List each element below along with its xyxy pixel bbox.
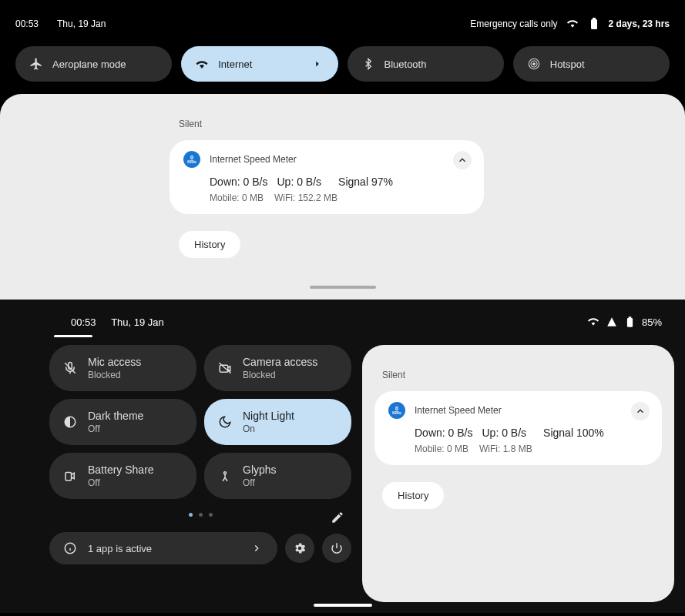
signal-strength: Signal 100%: [543, 427, 604, 439]
qs-tile-glyphs[interactable]: GlyphsOff: [204, 453, 351, 499]
svg-rect-0: [591, 19, 597, 29]
dark-theme-icon: [63, 415, 77, 429]
info-icon: [63, 541, 77, 555]
emergency-text: Emergency calls only: [470, 18, 557, 29]
qs-tile-dark-theme[interactable]: Dark themeOff: [49, 399, 196, 445]
status-time: 00:53: [15, 18, 39, 29]
history-button[interactable]: History: [179, 231, 240, 258]
wifi-data: WiFi: 152.2 MB: [274, 192, 337, 203]
qs-label: Bluetooth: [384, 59, 427, 70]
battery-share-icon: [63, 469, 77, 483]
wifi-data: WiFi: 1.8 MB: [479, 444, 532, 454]
svg-rect-6: [629, 316, 632, 318]
airplane-icon: [29, 57, 43, 71]
mobile-data: Mobile: 0 MB: [210, 192, 264, 203]
edit-tiles-button[interactable]: [327, 507, 348, 528]
tile-sub: Off: [243, 477, 277, 488]
section-label-silent: Silent: [362, 360, 674, 391]
battery-icon: [587, 17, 601, 31]
down-speed: Down: 0 B/s: [415, 427, 472, 439]
page-indicator: [11, 499, 351, 524]
tile-title: Battery Share: [88, 464, 154, 476]
svg-rect-8: [220, 365, 228, 372]
tile-title: Glyphs: [243, 464, 277, 476]
power-button[interactable]: [322, 534, 351, 563]
qs-label: Aeroplane mode: [52, 59, 126, 70]
drag-handle[interactable]: [310, 286, 376, 289]
tile-title: Mic access: [88, 356, 141, 368]
quick-settings-row: Aeroplane mode Internet Bluetooth Hotspo…: [0, 40, 685, 94]
app-icon: 0 KB/s: [183, 151, 200, 168]
mic-off-icon: [63, 361, 77, 375]
app-icon: 0 KB/s: [388, 402, 405, 419]
quick-settings-grid: Mic accessBlocked Camera accessBlocked D…: [11, 345, 351, 499]
svg-point-2: [532, 63, 535, 65]
tile-sub: On: [243, 424, 294, 434]
collapse-button[interactable]: [631, 402, 650, 420]
camera-off-icon: [218, 361, 232, 375]
down-speed: Down: 0 B/s: [210, 176, 267, 188]
chevron-right-icon: [311, 57, 324, 71]
notification-card[interactable]: 0 KB/s Internet Speed Meter Down: 0 B/s …: [170, 140, 484, 214]
svg-rect-11: [65, 473, 72, 481]
status-date: Thu, 19 Jan: [57, 18, 106, 29]
qs-tile-internet[interactable]: Internet: [181, 46, 337, 82]
qs-tile-bluetooth[interactable]: Bluetooth: [348, 46, 504, 82]
tile-title: Night Light: [243, 410, 294, 422]
svg-rect-1: [593, 18, 596, 19]
settings-button[interactable]: [285, 534, 314, 563]
status-date-2: Thu, 19 Jan: [111, 316, 164, 328]
nav-handle[interactable]: [314, 604, 372, 607]
wifi-icon: [566, 17, 579, 31]
qs-label: Internet: [218, 59, 252, 70]
active-apps-label: 1 app is active: [88, 543, 152, 554]
page-dot[interactable]: [199, 513, 203, 517]
qs-tile-camera[interactable]: Camera accessBlocked: [204, 345, 351, 391]
up-speed: Up: 0 B/s: [277, 176, 321, 188]
qs-tile-night-light[interactable]: Night LightOn: [204, 399, 351, 445]
qs-tile-hotspot[interactable]: Hotspot: [513, 46, 670, 82]
notification-app-name: Internet Speed Meter: [415, 405, 502, 416]
tile-sub: Off: [88, 477, 154, 488]
chevron-right-icon: [250, 541, 264, 555]
tile-sub: Off: [88, 424, 143, 434]
night-light-icon: [218, 415, 232, 429]
signal-strength: Signal 97%: [338, 176, 393, 188]
svg-point-12: [224, 472, 227, 474]
notification-shade: Silent 0 KB/s Internet Speed Meter Down:…: [0, 94, 685, 300]
wifi-icon: [586, 315, 600, 329]
page-dot[interactable]: [209, 513, 213, 517]
tile-title: Camera access: [243, 356, 317, 368]
qs-tile-mic[interactable]: Mic accessBlocked: [49, 345, 196, 391]
battery-pct: 85%: [642, 316, 662, 328]
collapse-button[interactable]: [453, 151, 472, 169]
svg-rect-5: [627, 318, 633, 327]
status-time-2: 00:53: [71, 316, 96, 328]
wifi-icon: [195, 57, 209, 71]
signal-icon: [605, 315, 619, 329]
active-apps-button[interactable]: 1 app is active: [49, 532, 277, 564]
mobile-data: Mobile: 0 MB: [415, 444, 468, 454]
notification-shade-2: Silent 0 KB/s Internet Speed Meter Down:…: [362, 345, 674, 602]
qs-tile-aeroplane[interactable]: Aeroplane mode: [15, 46, 172, 82]
tile-title: Dark theme: [88, 410, 143, 422]
tile-sub: Blocked: [88, 370, 141, 380]
bluetooth-icon: [361, 57, 375, 71]
qs-tile-battery-share[interactable]: Battery ShareOff: [49, 453, 196, 499]
section-label-silent: Silent: [0, 109, 685, 140]
tile-sub: Blocked: [243, 370, 317, 380]
glyphs-icon: [218, 469, 232, 483]
notification-card[interactable]: 0 KB/s Internet Speed Meter Down: 0 B/s …: [374, 391, 662, 465]
battery-icon: [623, 315, 637, 329]
hotspot-icon: [527, 57, 541, 71]
battery-text: 2 days, 23 hrs: [609, 18, 670, 29]
up-speed: Up: 0 B/s: [482, 427, 526, 439]
notification-app-name: Internet Speed Meter: [210, 154, 297, 165]
history-button[interactable]: History: [382, 482, 444, 509]
time-underline: [54, 335, 92, 337]
page-dot[interactable]: [189, 513, 193, 517]
qs-label: Hotspot: [550, 59, 585, 70]
